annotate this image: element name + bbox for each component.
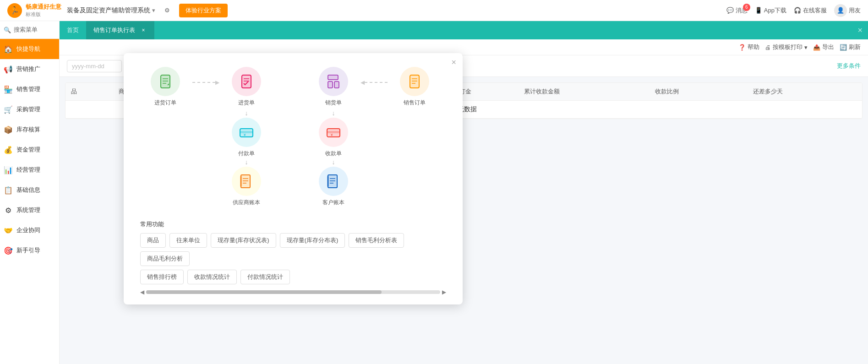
main-content: 🔍 搜索菜单 🏠 快捷导航 📢 营销推广 🏪 销售管理 🛒 采购管理 📦 bbox=[0, 21, 868, 364]
export-icon: 📤 bbox=[813, 44, 820, 51]
func-btn-product-profit[interactable]: 商品毛利分析 bbox=[140, 251, 190, 266]
arrow-purchase-slip-down: ↓ bbox=[245, 109, 248, 118]
sidebar-item-cooperation[interactable]: 🤝 企业协同 bbox=[0, 220, 59, 240]
message-btn[interactable]: 💬 消息 6 bbox=[726, 6, 748, 15]
refresh-btn[interactable]: 🔄 刷新 bbox=[840, 43, 861, 51]
app-download-btn[interactable]: 📱 App下载 bbox=[755, 6, 786, 15]
main-area: 首页 销售订单执行表 × × ❓ 帮助 bbox=[60, 21, 868, 364]
sidebar-item-marketing[interactable]: 📢 营销推广 bbox=[0, 59, 59, 79]
tab-bar-close-all[interactable]: × bbox=[857, 26, 863, 35]
svg-rect-0 bbox=[161, 75, 170, 88]
arrow-receipt-down: ↓ bbox=[332, 158, 335, 167]
flow-node-payment: ¥ 付款单 bbox=[221, 118, 272, 158]
experience-btn[interactable]: 体验行业方案 bbox=[179, 4, 228, 17]
sidebar-item-basic-info[interactable]: 📋 基础信息 bbox=[0, 180, 59, 200]
export-btn[interactable]: 📤 导出 bbox=[813, 43, 834, 51]
purchase-icon: 🛒 bbox=[4, 105, 13, 114]
svg-rect-34 bbox=[328, 175, 337, 188]
flow-node-customer-ledger: 客户账本 bbox=[308, 167, 359, 206]
col-item: 品 bbox=[66, 83, 113, 101]
marketing-icon: 📢 bbox=[4, 65, 13, 74]
col-deposit: 订金 bbox=[454, 83, 518, 101]
svg-rect-11 bbox=[328, 81, 333, 88]
home-icon: 🏠 bbox=[4, 44, 13, 54]
user-menu[interactable]: 👤 用友 bbox=[834, 4, 861, 17]
svg-rect-26 bbox=[240, 176, 242, 187]
business-icon: 📊 bbox=[4, 165, 13, 174]
func-btn-product[interactable]: 商品 bbox=[140, 233, 166, 248]
arrow-payment-down: ↓ bbox=[245, 158, 248, 167]
func-btn-payment-stat[interactable]: 付款情况统计 bbox=[240, 270, 290, 284]
template-print-btn[interactable]: 🖨 按模板打印 ▾ bbox=[765, 43, 808, 51]
sidebar-item-guide[interactable]: 🎯 新手引导 bbox=[0, 240, 59, 261]
common-functions-title: 常用功能 bbox=[140, 220, 446, 228]
flow-node-purchase-order: 进货订单 bbox=[140, 67, 191, 107]
flow-node-purchase-slip: 进货单 bbox=[221, 67, 272, 107]
system-title: 装备及固定资产辅助管理系统 bbox=[67, 6, 150, 15]
tab-sales-order-exec[interactable]: 销售订单执行表 × bbox=[86, 21, 154, 39]
dropdown-icon: ▾ bbox=[152, 7, 155, 14]
payment-icon: ¥ bbox=[232, 118, 261, 147]
system-icon: ⚙ bbox=[4, 206, 13, 215]
arrow-sale-order-to-slip: ◀ bbox=[360, 79, 388, 86]
sidebar-item-inventory[interactable]: 📦 库存核算 bbox=[0, 120, 59, 140]
print-icon: 🖨 bbox=[765, 44, 771, 51]
system-title-dropdown[interactable]: 装备及固定资产辅助管理系统 ▾ bbox=[67, 6, 155, 15]
svg-rect-13 bbox=[334, 81, 339, 88]
scroll-right-btn[interactable]: ▶ bbox=[442, 289, 446, 295]
col-days-remaining: 还差多少天 bbox=[748, 83, 862, 101]
date-start-input[interactable] bbox=[67, 60, 122, 72]
svg-rect-9 bbox=[328, 75, 338, 80]
func-btn-receipt-stat[interactable]: 收款情况统计 bbox=[187, 270, 237, 284]
popup-close-btn[interactable]: × bbox=[451, 58, 456, 67]
sidebar-search[interactable]: 🔍 搜索菜单 bbox=[0, 21, 59, 39]
func-btn-sales-rank[interactable]: 销售排行榜 bbox=[140, 270, 184, 284]
phone-icon: 📱 bbox=[755, 7, 762, 14]
sidebar-item-purchase[interactable]: 🛒 采购管理 bbox=[0, 99, 59, 120]
flow-node-receipt: ¥ 收款单 bbox=[308, 118, 359, 158]
func-btn-sales-profit[interactable]: 销售毛利分析表 bbox=[349, 233, 404, 248]
col-receipt-ratio: 收款比例 bbox=[650, 83, 748, 101]
supplier-ledger-icon bbox=[232, 167, 261, 196]
help-btn[interactable]: ❓ 帮助 bbox=[738, 43, 759, 51]
scroll-track[interactable] bbox=[146, 290, 440, 294]
func-btn-stock-status[interactable]: 现存量(库存状况表) bbox=[211, 233, 276, 248]
svg-rect-36 bbox=[327, 176, 329, 187]
popup-scrollbar: ◀ ▶ bbox=[140, 289, 446, 295]
flow-node-supplier-ledger: 供应商账本 bbox=[221, 167, 272, 206]
sale-slip-icon bbox=[319, 67, 348, 96]
sidebar: 🔍 搜索菜单 🏠 快捷导航 📢 营销推广 🏪 销售管理 🛒 采购管理 📦 bbox=[0, 21, 60, 364]
sidebar-item-system[interactable]: ⚙ 系统管理 bbox=[0, 200, 59, 220]
purchase-order-icon bbox=[151, 67, 180, 96]
func-btn-partner[interactable]: 往来单位 bbox=[169, 233, 207, 248]
content-area: ❓ 帮助 🖨 按模板打印 ▾ 📤 导出 🔄 刷新 bbox=[60, 39, 868, 364]
sales-icon: 🏪 bbox=[4, 85, 13, 94]
logo-area: 🏃 畅康通好生意 标准版 bbox=[7, 3, 61, 18]
more-conditions-btn[interactable]: 更多条件 bbox=[837, 62, 861, 70]
purchase-slip-icon bbox=[232, 67, 261, 96]
func-btn-stock-dist[interactable]: 现存量(库存分布表) bbox=[280, 233, 345, 248]
guide-icon: 🎯 bbox=[4, 246, 13, 255]
svg-rect-15 bbox=[410, 75, 419, 88]
tab-close-icon[interactable]: × bbox=[140, 27, 147, 34]
svg-text:¥: ¥ bbox=[243, 133, 246, 137]
logo-icon: 🏃 bbox=[7, 3, 22, 18]
sidebar-item-quick-nav[interactable]: 🏠 快捷导航 bbox=[0, 39, 59, 59]
tab-bar: 首页 销售订单执行表 × × bbox=[60, 21, 868, 39]
popup-card: × 进货订单 bbox=[124, 53, 463, 304]
cooperation-icon: 🤝 bbox=[4, 226, 13, 235]
customer-ledger-icon bbox=[319, 167, 348, 196]
sidebar-item-finance[interactable]: 💰 资金管理 bbox=[0, 140, 59, 160]
flow-diagram: 进货订单 ▶ bbox=[140, 67, 446, 206]
help-icon: ❓ bbox=[738, 44, 746, 51]
sidebar-item-sales[interactable]: 🏪 销售管理 bbox=[0, 79, 59, 99]
scroll-left-btn[interactable]: ◀ bbox=[140, 289, 144, 295]
avatar: 👤 bbox=[834, 4, 847, 17]
sidebar-item-business[interactable]: 📊 经营管理 bbox=[0, 160, 59, 180]
svg-text:¥: ¥ bbox=[330, 133, 333, 137]
online-service-btn[interactable]: 🎧 在线客服 bbox=[794, 6, 827, 15]
flow-node-sale-slip: 销货单 bbox=[308, 67, 359, 107]
settings-icon[interactable]: ⚙ bbox=[161, 4, 174, 17]
tab-home[interactable]: 首页 bbox=[60, 21, 86, 39]
basic-info-icon: 📋 bbox=[4, 185, 13, 195]
